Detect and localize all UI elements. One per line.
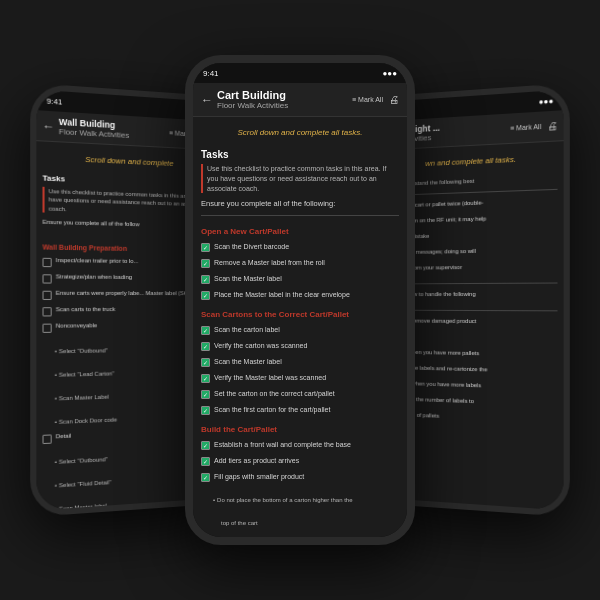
list-item: Fill gaps with smaller product [201,472,399,482]
list-item: Scan the Master label [201,274,399,284]
list-item: Verify the Master label was scanned [201,373,399,383]
list-item: Verify the carton was scanned [201,341,399,351]
divider-center-1 [201,215,399,216]
checkbox[interactable] [43,274,52,283]
page-subtitle-center: Floor Walk Activities [217,101,288,110]
checkbox[interactable] [201,374,210,383]
list-item: Remove a Master label from the roll [201,258,399,268]
ensure-text-center: Ensure you complete all of the following… [201,199,399,208]
checkbox[interactable] [201,473,210,482]
section-header-center-3: Build the Cart/Pallet [201,425,399,434]
checkbox[interactable] [201,342,210,351]
content-center: Tasks Use this checklist to practice com… [193,143,407,537]
checkbox[interactable] [43,258,52,267]
tasks-title-center: Tasks [201,149,399,160]
page-title-center: Cart Building [217,89,288,101]
scan-master-label-item: Scan the Master label [214,274,282,283]
checkbox[interactable] [201,291,210,300]
list-item: Establish a front wall and complete the … [201,440,399,450]
checkbox[interactable] [43,324,52,333]
center-phone: 9:41 ●●● ← Cart Building Floor Walk Acti… [185,55,415,545]
checkbox[interactable] [43,291,52,300]
print-button-right[interactable]: 🖨 [547,120,557,132]
print-button-center[interactable]: 🖨 [389,94,399,105]
checkbox[interactable] [43,307,52,316]
checkbox[interactable] [201,390,210,399]
checkbox[interactable] [201,275,210,284]
sub-list-item: •Do not place the bottom of a carton hig… [201,488,399,506]
checkbox[interactable] [201,243,210,252]
sub-list-item: top of the cart [201,511,399,529]
mark-all-button-right[interactable]: ≡ Mark All [510,123,541,132]
list-item: Place the Master label in the clear enve… [201,290,399,300]
status-bar-center: 9:41 ●●● [193,63,407,83]
list-item: Add tiers as product arrives [201,456,399,466]
checkbox[interactable] [201,358,210,367]
back-button-left[interactable]: ← [43,118,55,133]
checkbox[interactable] [201,259,210,268]
tasks-desc-center: Use this checklist to practice common ta… [201,164,399,193]
list-item: Scan the Divert barcode [201,242,399,252]
scroll-banner-center: Scroll down and complete all tasks. [193,117,407,143]
app-header-center: ← Cart Building Floor Walk Activities ≡ … [193,83,407,117]
list-item: Set the carton on the correct cart/palle… [201,389,399,399]
list-item: Scan the first carton for the cart/palle… [201,405,399,415]
checkbox[interactable] [201,326,210,335]
list-item: Scan the carton label [201,325,399,335]
checkbox[interactable] [201,406,210,415]
checkbox[interactable] [201,457,210,466]
mark-all-button-center[interactable]: ≡ Mark All [352,96,383,103]
list-item: Scan the Master label [201,357,399,367]
checkbox[interactable] [43,435,52,445]
section-header-center-2: Scan Cartons to the Correct Cart/Pallet [201,310,399,319]
back-button-center[interactable]: ← [201,93,213,107]
checkbox[interactable] [201,441,210,450]
section-header-center-1: Open a New Cart/Pallet [201,227,399,236]
